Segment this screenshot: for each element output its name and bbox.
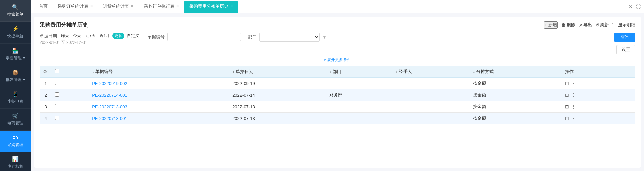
- row-split-method-2: 按金额: [470, 101, 561, 113]
- doc-no-link-3[interactable]: PE-20220713-001: [92, 116, 127, 121]
- mini-icon: 📱: [3, 91, 28, 97]
- select-all-checkbox[interactable]: [55, 69, 59, 73]
- content-card: 采购费用分摊单历史 + 新增 🗑 删除 ↗ 导出 ↺ 刷新: [34, 17, 641, 168]
- more-action-1[interactable]: ⋮⋮: [571, 92, 580, 98]
- tab-purchase-cost-split[interactable]: 采购费用分摊单历史✕: [184, 1, 238, 13]
- row-select-3[interactable]: [55, 116, 59, 120]
- row-split-method-0: 按金额: [470, 78, 561, 89]
- row-doc-no-2: PE-20220713-003: [89, 101, 229, 113]
- query-button[interactable]: 查询: [614, 33, 635, 42]
- sidebar-item-purchase[interactable]: 🛍采购管理: [0, 131, 31, 152]
- add-button[interactable]: + 新增: [544, 21, 558, 29]
- sidebar-item-ecommerce[interactable]: 🛒电商管理: [0, 109, 31, 131]
- row-doc-date-3: 2022-07-13: [229, 113, 326, 124]
- th-settings[interactable]: ⚙: [40, 66, 52, 78]
- doc-no-input[interactable]: [167, 33, 241, 41]
- row-select-0[interactable]: [55, 81, 59, 85]
- th-split-method[interactable]: ↕ 分摊方式: [470, 66, 561, 78]
- close-window-icon[interactable]: ✕: [629, 4, 633, 9]
- row-dept-0: [326, 78, 392, 89]
- row-select-1[interactable]: [55, 92, 59, 97]
- sidebar-label-shortcut: 快捷导航: [7, 34, 23, 38]
- shortcut-today[interactable]: 今天: [72, 33, 83, 39]
- row-actions-2: ⊡ ⋮⋮: [561, 101, 635, 113]
- row-checkbox-1[interactable]: [52, 89, 89, 101]
- row-num-3: 4: [40, 113, 52, 124]
- tab-bar: 首页采购订单统计表✕进货单统计表✕采购订单执行表✕采购费用分摊单历史✕ ✕ ⛶: [31, 0, 644, 13]
- tab-close-purchase-cost-split[interactable]: ✕: [230, 4, 233, 8]
- shortcut-7days[interactable]: 近7天: [84, 33, 97, 39]
- row-num-2: 3: [40, 101, 52, 113]
- export-button[interactable]: ↗ 导出: [579, 22, 592, 28]
- show-columns-checkbox[interactable]: [612, 23, 616, 27]
- th-doc-date[interactable]: ↕ 单据日期: [229, 66, 326, 78]
- setting-button[interactable]: 设置: [616, 45, 635, 54]
- doc-no-link-1[interactable]: PE-20220714-001: [92, 93, 127, 98]
- sidebar-label-inventory: 库存核算: [7, 164, 23, 169]
- sidebar-item-retail[interactable]: 🏪零售管理 ▾: [0, 44, 31, 65]
- gear-icon[interactable]: ⚙: [43, 69, 47, 74]
- sidebar: 🔍搜索菜单⚡快捷导航🏪零售管理 ▾📦批发管理 ▾📱小畅电商🛒电商管理🛍采购管理📊…: [0, 0, 31, 171]
- tab-close-incoming-stats[interactable]: ✕: [131, 4, 134, 8]
- tab-home[interactable]: 首页: [34, 1, 52, 13]
- th-checkbox: [52, 66, 89, 78]
- doc-no-label: 单据编号: [147, 34, 165, 40]
- view-action-0[interactable]: ⊡: [565, 81, 569, 86]
- shortcut-yesterday[interactable]: 昨天: [60, 33, 70, 39]
- row-doc-no-3: PE-20220713-001: [89, 113, 229, 124]
- row-dept-2: [326, 101, 392, 113]
- view-action-2[interactable]: ⊡: [565, 104, 569, 109]
- row-actions-3: ⊡ ⋮⋮: [561, 113, 635, 124]
- table-header-row: ⚙ ↕ 单据编号 ↕ 单据日期 ↕ 部门: [40, 66, 635, 78]
- date-filter-label: 单据日期: [40, 33, 57, 39]
- th-handler[interactable]: ↕ 经手人: [392, 66, 470, 78]
- sidebar-item-inventory[interactable]: 📊库存核算: [0, 152, 31, 171]
- shortcut-1month[interactable]: 近1月: [98, 33, 111, 39]
- table-body: 1 PE-20220919-002 2022-09-19 按金额 ⊡ ⋮⋮ 2 …: [40, 78, 635, 124]
- tab-purchase-order-stats[interactable]: 采购订单统计表✕: [53, 1, 98, 13]
- expand-more-button[interactable]: ▿ 展开更多条件: [40, 57, 635, 63]
- tab-purchase-order-exec[interactable]: 采购订单执行表✕: [139, 1, 184, 13]
- row-split-method-3: 按金额: [470, 113, 561, 124]
- more-action-3[interactable]: ⋮⋮: [571, 116, 580, 121]
- sidebar-item-mini[interactable]: 📱小畅电商: [0, 87, 31, 109]
- tab-close-purchase-order-exec[interactable]: ✕: [176, 4, 179, 8]
- sidebar-item-search[interactable]: 🔍搜索菜单: [0, 0, 31, 22]
- main-content: 首页采购订单统计表✕进货单统计表✕采购订单执行表✕采购费用分摊单历史✕ ✕ ⛶ …: [31, 0, 644, 171]
- row-doc-no-1: PE-20220714-001: [89, 89, 229, 101]
- sidebar-item-shortcut[interactable]: ⚡快捷导航: [0, 22, 31, 44]
- dept-label: 部门: [248, 34, 257, 40]
- th-doc-no[interactable]: ↕ 单据编号: [89, 66, 229, 78]
- th-actions: 操作: [561, 66, 635, 78]
- date-shortcuts-row: 单据日期 昨天 今天 近7天 近1月 更多 自定义: [40, 33, 141, 39]
- row-select-2[interactable]: [55, 104, 59, 108]
- tab-close-purchase-order-stats[interactable]: ✕: [90, 4, 93, 8]
- view-action-1[interactable]: ⊡: [565, 92, 569, 98]
- more-action-0[interactable]: ⋮⋮: [571, 81, 580, 86]
- th-dept[interactable]: ↕ 部门: [326, 66, 392, 78]
- row-checkbox-0[interactable]: [52, 78, 89, 89]
- row-checkbox-2[interactable]: [52, 101, 89, 113]
- fullscreen-icon[interactable]: ⛶: [636, 4, 641, 9]
- refresh-button[interactable]: ↺ 刷新: [595, 22, 609, 28]
- tab-incoming-stats[interactable]: 进货单统计表✕: [98, 1, 139, 13]
- row-actions-1: ⊡ ⋮⋮: [561, 89, 635, 101]
- delete-button[interactable]: 🗑 删除: [561, 22, 575, 28]
- table-row: 2 PE-20220714-001 2022-07-14 财务部 按金额 ⊡ ⋮…: [40, 89, 635, 101]
- view-action-3[interactable]: ⊡: [565, 116, 569, 121]
- doc-no-link-2[interactable]: PE-20220713-003: [92, 104, 127, 109]
- sidebar-item-wholesale[interactable]: 📦批发管理 ▾: [0, 65, 31, 87]
- dept-dropdown-arrow: ▼: [322, 35, 326, 40]
- refresh-icon: ↺: [595, 23, 599, 28]
- sidebar-label-purchase: 采购管理: [7, 142, 23, 147]
- tab-label-purchase-cost-split: 采购费用分摊单历史: [189, 3, 228, 9]
- shortcut-more[interactable]: 更多: [112, 33, 124, 39]
- purchase-icon: 🛍: [3, 135, 28, 141]
- doc-no-link-0[interactable]: PE-20220919-002: [92, 81, 127, 86]
- row-checkbox-3[interactable]: [52, 113, 89, 124]
- export-icon: ↗: [579, 23, 582, 28]
- shortcut-custom[interactable]: 自定义: [126, 33, 141, 39]
- dept-select[interactable]: 财务部: [259, 33, 320, 42]
- show-columns-toggle[interactable]: 显示明细: [612, 22, 635, 28]
- more-action-2[interactable]: ⋮⋮: [571, 104, 580, 109]
